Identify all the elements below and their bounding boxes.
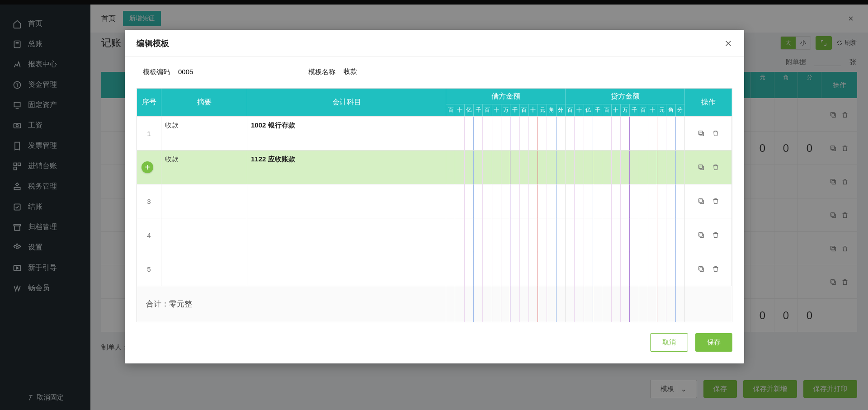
row-account[interactable] — [247, 252, 446, 286]
svg-rect-29 — [698, 199, 702, 203]
digit-label: 十 — [574, 104, 583, 116]
copy-icon[interactable] — [698, 231, 705, 239]
svg-rect-33 — [698, 267, 702, 270]
delete-icon[interactable] — [712, 164, 719, 171]
row-actions — [685, 151, 732, 184]
row-credit[interactable] — [566, 252, 685, 286]
digit-label: 亿 — [584, 104, 593, 116]
digit-label: 角 — [547, 104, 556, 116]
digit-label: 千 — [593, 104, 602, 116]
delete-icon[interactable] — [712, 231, 719, 239]
svg-rect-25 — [698, 131, 702, 135]
row-account[interactable]: 1122 应收账款 — [247, 151, 446, 184]
add-row-button[interactable]: + — [142, 161, 153, 173]
th-actions: 操作 — [685, 89, 732, 116]
template-row[interactable]: 1收款1002 银行存款 — [137, 116, 732, 150]
row-debit[interactable] — [446, 117, 566, 150]
cancel-button[interactable]: 取消 — [650, 333, 688, 352]
th-credit: 贷方金额 百十亿千百十万千百十元角分 — [566, 89, 685, 116]
digit-label: 十 — [648, 104, 657, 116]
edit-template-modal: 编辑模板 模板编码 模板名称 序号 摘要 会计科目 借方金额 百十亿千百十万千百… — [125, 30, 744, 363]
row-actions — [685, 218, 732, 252]
template-row[interactable]: 4 — [137, 218, 732, 252]
row-account[interactable] — [247, 184, 446, 218]
th-debit: 借方金额 百十亿千百十万千百十元角分 — [446, 89, 566, 116]
template-total-row: 合计：零元整 — [137, 286, 732, 322]
svg-rect-32 — [700, 268, 703, 271]
template-row[interactable]: 5 — [137, 252, 732, 286]
svg-rect-31 — [698, 233, 702, 236]
row-summary[interactable] — [161, 218, 247, 252]
template-name-field: 模板名称 — [308, 66, 441, 78]
row-summary[interactable]: 收款 — [161, 151, 247, 184]
row-debit[interactable] — [446, 184, 566, 218]
row-summary[interactable]: 收款 — [161, 117, 247, 150]
th-idx: 序号 — [137, 89, 161, 116]
row-credit[interactable] — [566, 218, 685, 252]
template-code-label: 模板编码 — [143, 68, 170, 76]
close-icon — [724, 39, 732, 47]
copy-icon[interactable] — [698, 198, 705, 205]
digit-label: 百 — [446, 104, 455, 116]
digit-label: 十 — [455, 104, 464, 116]
th-credit-label: 贷方金额 — [566, 89, 684, 104]
digit-label: 万 — [501, 104, 510, 116]
template-row[interactable]: +收款1122 应收账款 — [137, 150, 732, 184]
row-credit[interactable] — [566, 117, 685, 150]
total-label: 合计：零元整 — [137, 286, 446, 322]
digit-label: 百 — [639, 104, 648, 116]
row-credit[interactable] — [566, 184, 685, 218]
row-actions — [685, 252, 732, 286]
template-name-input[interactable] — [342, 66, 441, 78]
th-summary: 摘要 — [161, 89, 247, 116]
row-index: 3 — [137, 184, 161, 218]
template-table-header: 序号 摘要 会计科目 借方金额 百十亿千百十万千百十元角分 贷方金额 百十亿千百… — [137, 89, 732, 116]
row-account[interactable] — [247, 218, 446, 252]
template-name-label: 模板名称 — [308, 68, 335, 76]
digit-label: 百 — [602, 104, 611, 116]
modal-title: 编辑模板 — [137, 38, 169, 49]
digit-label: 百 — [519, 104, 528, 116]
row-summary[interactable] — [161, 184, 247, 218]
row-debit[interactable] — [446, 252, 566, 286]
template-code-field: 模板编码 — [143, 66, 276, 78]
copy-icon[interactable] — [698, 265, 705, 273]
modal-close-button[interactable] — [724, 39, 732, 47]
template-code-input[interactable] — [176, 66, 276, 78]
modal-form: 模板编码 模板名称 — [125, 57, 744, 88]
svg-rect-26 — [700, 166, 703, 170]
row-credit[interactable] — [566, 151, 685, 184]
row-summary[interactable] — [161, 252, 247, 286]
modal-header: 编辑模板 — [125, 30, 744, 56]
delete-icon[interactable] — [712, 265, 719, 273]
digit-label: 元 — [657, 104, 666, 116]
row-actions — [685, 184, 732, 218]
template-row[interactable]: 3 — [137, 184, 732, 218]
template-table-body: 1收款1002 银行存款+收款1122 应收账款345 — [137, 116, 732, 286]
copy-icon[interactable] — [698, 130, 705, 137]
digit-label: 百 — [566, 104, 574, 116]
digit-label: 万 — [620, 104, 629, 116]
digit-label: 分 — [556, 104, 565, 116]
row-index: 1 — [137, 117, 161, 150]
row-debit[interactable] — [446, 151, 566, 184]
modal-footer: 取消 保存 — [125, 322, 744, 363]
digit-label: 百 — [482, 104, 491, 116]
digit-label: 十 — [611, 104, 620, 116]
digit-label: 千 — [629, 104, 638, 116]
delete-icon[interactable] — [712, 130, 719, 137]
digit-label: 角 — [666, 104, 675, 116]
save-button[interactable]: 保存 — [695, 333, 732, 352]
delete-icon[interactable] — [712, 198, 719, 205]
svg-rect-27 — [698, 165, 702, 169]
row-debit[interactable] — [446, 218, 566, 252]
digit-label: 亿 — [464, 104, 473, 116]
row-account[interactable]: 1002 银行存款 — [247, 117, 446, 150]
copy-icon[interactable] — [698, 164, 705, 171]
row-actions — [685, 117, 732, 150]
row-index: 4 — [137, 218, 161, 252]
svg-rect-30 — [700, 234, 703, 237]
svg-rect-28 — [700, 200, 703, 203]
template-table: 序号 摘要 会计科目 借方金额 百十亿千百十万千百十元角分 贷方金额 百十亿千百… — [137, 88, 732, 322]
digit-label: 十 — [528, 104, 538, 116]
